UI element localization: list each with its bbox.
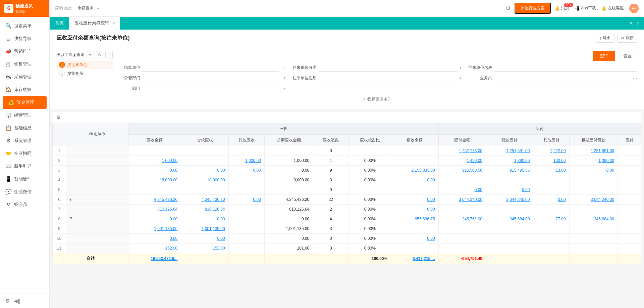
table-cell[interactable]: 0.00 [486,185,533,195]
scheme-by-employee[interactable]: ⊙ 按业务员 [56,69,113,78]
table-cell[interactable]: 1,000.00 [228,156,264,166]
refresh-button[interactable]: ↻ 刷新 [617,34,637,43]
division-dept-chevron-icon[interactable]: ▾ [284,76,286,80]
unit-nature-input[interactable] [319,74,458,82]
dropdown-arrow-icon[interactable]: ▾ [97,6,99,11]
sidebar-item-system[interactable]: ⚙ 系统管理 [0,134,49,147]
table-cell[interactable]: 915,495.56 [486,166,533,175]
sidebar-item-member[interactable]: V 畅会员 [0,198,49,211]
sidebar-item-marketing[interactable]: 📣 营销推广 [0,45,49,58]
table-cell[interactable]: 13.00 [533,166,569,175]
expand-window-icon[interactable]: ⤢ [636,20,640,26]
collapse-more-button[interactable]: ∧ 收起更多条件 [117,94,637,105]
sidebar-item-finance[interactable]: 💰 资金管理 [3,96,47,109]
sidebar-item-smart-hw[interactable]: 📱 智能硬件 [0,173,49,185]
sidebar-item-wechat[interactable]: 💬 企业微信 [0,185,49,198]
add-filter-button[interactable]: + [87,51,94,58]
table-cell[interactable]: 0.00 [391,195,438,205]
table-cell[interactable]: 1,000.00 [128,156,181,166]
tab-home[interactable]: 首页 [50,17,69,30]
sidebar-item-enterprise[interactable]: 🤝 企业协同 [0,147,49,160]
unit-category-chevron-icon[interactable]: ▾ [460,65,462,70]
salesperson-dots[interactable]: ··· [633,75,637,81]
settlement-unit-input[interactable] [142,64,279,72]
table-cell[interactable]: 0.00 [438,185,486,195]
sidebar-collapse-icon[interactable]: ◀‖ [14,298,20,304]
sidebar-item-basic-info[interactable]: 📋 基础信息 [0,122,49,134]
unit-nature-chevron-icon[interactable]: ▾ [460,76,462,80]
table-cell[interactable]: 3,044,240.00 [438,195,486,205]
table-cell[interactable]: 0.00 [128,234,181,244]
table-cell[interactable]: 0.00 [128,166,181,175]
table-cell[interactable]: 1,490.00 [438,156,486,166]
settlement-unit-dots[interactable]: ··· [281,65,286,71]
sidebar-item-inventory[interactable]: 🏠 库存核算 [0,83,49,96]
table-cell[interactable]: 0.00 [181,234,228,244]
settings-button[interactable]: 设置 [618,51,637,61]
table-cell[interactable]: 4,345,436.20 [181,195,228,205]
table-cell[interactable]: 0.00 [391,175,438,185]
table-cell[interactable]: 345,684.00 [486,214,533,224]
total-ar-amount[interactable]: 19,553,472,6... [128,253,181,264]
table-cell[interactable]: 18,000.00 [181,175,228,185]
table-cell[interactable]: 0.00 [181,214,228,224]
department-input[interactable] [142,85,282,92]
unit-category-input[interactable] [319,64,458,72]
table-cell[interactable]: 100.00 [533,156,569,166]
table-cell[interactable]: 18,000.00 [128,175,181,185]
table-cell[interactable]: 1,001,135.00 [128,224,181,234]
table-cell[interactable]: 1,251,551.00 [569,146,618,156]
table-cell[interactable]: 152.00 [128,244,181,253]
table-cell[interactable]: 152.00 [181,244,228,253]
sidebar-item-quick-nav[interactable]: ⌂ 快捷导航 [0,32,49,45]
table-cell[interactable]: 0.00 [128,214,181,224]
table-cell[interactable]: 0.00 [228,166,264,175]
query-button[interactable]: 查询 [593,51,615,61]
table-cell[interactable]: 810,126.64 [128,205,181,214]
sidebar-item-operations[interactable]: 📊 经营管理 [0,109,49,122]
table-cell[interactable]: 0.00 [391,234,438,244]
app-download-button[interactable]: 📲 App下载 [575,5,596,11]
table-cell[interactable]: 3,044,240.00 [569,195,618,205]
table-cell[interactable]: 345,684.00 [569,214,618,224]
table-cell[interactable]: 655,636.75 [391,214,438,224]
tab-receivable-query[interactable]: 应收应付余额查询 × [69,17,120,30]
sidebar-item-sales[interactable]: 🛒 销售管理 [0,58,49,71]
table-cell[interactable]: 3,044,240.00 [486,195,533,205]
table-cell[interactable]: 1,001,135.00 [181,224,228,234]
sidebar-settings-icon[interactable]: ⚙ [5,298,10,304]
table-cell[interactable]: 0.00 [181,166,228,175]
table-column-settings-icon[interactable]: ⚙ [56,115,61,120]
sidebar-item-search-menu[interactable]: 🔍 搜索菜单 [0,19,49,32]
table-cell[interactable]: 1,390.00 [569,156,618,166]
table-cell[interactable]: 1,252,773.00 [438,146,486,156]
table-cell[interactable]: 345,761.00 [438,214,486,224]
table-cell[interactable]: 1,390.00 [486,156,533,166]
online-service-button[interactable]: 🔔 在线客服 [601,5,624,11]
department-chevron-icon[interactable]: ▾ [284,86,286,91]
sidebar-item-purchase[interactable]: 🛍 采购管理 [0,71,49,83]
promo-button[interactable]: 体验行业方案 [515,3,551,14]
unit-name-input[interactable] [494,64,637,72]
scheme-by-unit[interactable]: 💰 按往来单位 [56,60,113,69]
table-cell[interactable]: 0.00 [228,195,264,205]
close-window-icon[interactable]: ✕ [629,20,633,26]
table-cell[interactable]: 915,508.56 [438,166,486,175]
table-cell[interactable]: 1,222.00 [533,146,569,156]
table-cell[interactable]: 1,251,551.00 [486,146,533,156]
user-profile-button[interactable]: Rit [629,4,639,13]
salesperson-input[interactable] [494,74,630,82]
table-cell[interactable]: 4,345,436.20 [128,195,181,205]
table-cell[interactable]: 0.00 [391,205,438,214]
sidebar-item-guide[interactable]: 📖 新手引导 [0,160,49,173]
table-cell[interactable]: 2,153,333.00 [391,166,438,175]
total-ar-prepaid[interactable]: 6,417,215.... [391,253,438,264]
table-cell[interactable]: 0.00 [569,166,618,175]
notification-button[interactable]: 🔔 消息 99+ [555,5,569,11]
table-cell[interactable]: 0.00 [533,195,569,205]
export-button[interactable]: ↑ 导出 [596,34,614,43]
filter-collapse-button[interactable]: 《 [105,51,113,58]
topbar-settings-icon[interactable]: ⚙ [506,5,511,11]
table-cell[interactable]: 77.00 [533,214,569,224]
table-cell[interactable]: 810,126.64 [181,205,228,214]
